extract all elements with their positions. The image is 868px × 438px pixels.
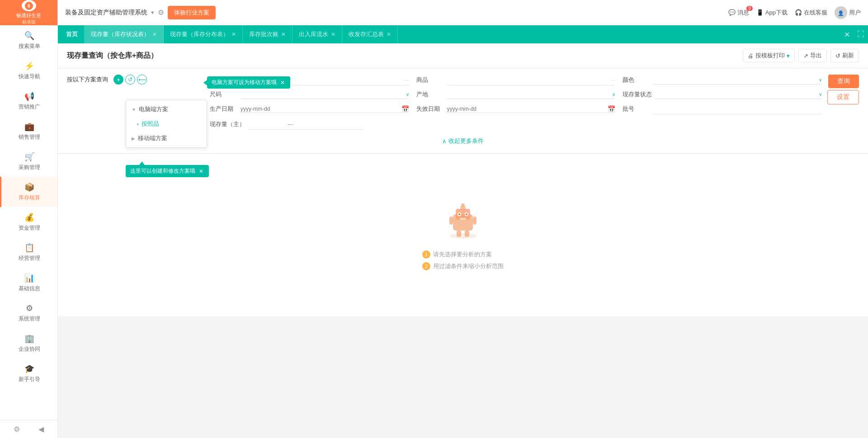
stock-main-field: 现存量（主） — [210, 119, 363, 130]
tab-batch-account[interactable]: 库存批次账 ✕ [243, 25, 292, 43]
mobile-scheme-label: 移动端方案 [138, 134, 167, 142]
app-download-btn[interactable]: 📱 App下载 [756, 9, 788, 17]
message-btn[interactable]: 💬 消息 9 [728, 9, 749, 17]
online-support-btn[interactable]: 🎧 在线客服 [795, 9, 827, 17]
print-icon: 🖨 [748, 52, 754, 59]
tab-recv-summary[interactable]: 收发存汇总表 ✕ [342, 25, 398, 43]
inventory-icon: 📦 [24, 182, 34, 192]
sidebar-item-system[interactable]: ⚙ 系统管理 [0, 298, 57, 328]
query-btn[interactable]: 查询 [828, 75, 859, 88]
sidebar-item-label: 搜索菜单 [19, 42, 40, 50]
tab-close-icon[interactable]: ✕ [152, 31, 157, 38]
settings-btn[interactable]: 设置 [827, 90, 859, 104]
sidebar-item-search-menu[interactable]: 🔍 搜索菜单 [0, 25, 57, 56]
sidebar-item-guide[interactable]: 🎓 新手引导 [0, 358, 57, 389]
tab-close-icon[interactable]: ✕ [281, 31, 286, 38]
tab-in-out-flow-label: 出入库流水 [299, 30, 328, 38]
tip-num-1: 1 [422, 250, 430, 259]
sidebar-item-enterprise[interactable]: 🏢 企业协同 [0, 328, 57, 358]
fullscreen-icon[interactable]: ⛶ [854, 30, 868, 38]
brand-sub: 标准版 [22, 19, 36, 25]
scheme-tooltip2-close[interactable]: ✕ [199, 168, 203, 174]
expiry-date-value[interactable] [447, 106, 606, 112]
sidebar-item-operations[interactable]: 📋 经营管理 [0, 237, 57, 268]
refresh-icon: ↺ [835, 52, 840, 59]
desktop-scheme-item-active[interactable]: ▪ 按照品 [126, 117, 207, 131]
origin-field: 产地 ∨ [416, 90, 616, 99]
color-label: 颜色 [623, 76, 650, 84]
stock-status-select[interactable]: ∨ [656, 90, 822, 99]
add-scheme-btn[interactable]: + [113, 75, 123, 85]
system-name: 装备及固定资产辅助管理系统 [65, 9, 147, 17]
refresh-btn[interactable]: ↺ 刷新 [830, 49, 859, 62]
svg-point-10 [466, 213, 467, 215]
desktop-scheme-label: 电脑端方案 [139, 105, 168, 113]
prod-date-input[interactable]: 📅 [241, 105, 409, 113]
page-header: 现存量查询（按仓库+商品） 🖨 按模板打印 ▾ ↗ 导出 ↺ 刷新 [58, 43, 868, 68]
settings-bottom-icon[interactable]: ⚙ [14, 425, 20, 433]
filter-section: 按以下方案查询 + ↺ ⟵ ▼ 电脑端方案 [58, 68, 868, 154]
expiry-date-input[interactable]: 📅 [447, 105, 616, 113]
color-select[interactable]: ∨ [653, 75, 822, 85]
stock-main-to[interactable] [296, 121, 332, 127]
stock-main-from[interactable] [249, 121, 285, 127]
warehouse-dots[interactable]: ··· [404, 76, 409, 83]
calendar-icon[interactable]: 📅 [401, 105, 409, 113]
calendar-icon2[interactable]: 📅 [608, 105, 615, 113]
scheme-tooltip2-wrap: 这里可以创建和修改方案哦 ✕ [126, 163, 209, 177]
tab-inventory-status[interactable]: 现存量（库存状况表） ✕ [85, 25, 164, 43]
goods-dots[interactable]: ··· [610, 76, 615, 83]
user-menu[interactable]: 👤 用户 [835, 6, 861, 19]
collapse-sidebar-icon[interactable]: ◀ [38, 425, 44, 433]
expand-icon2: ▶ [132, 136, 135, 141]
close-all-tabs-icon[interactable]: ✕ [840, 30, 854, 39]
tab-close-icon[interactable]: ✕ [231, 31, 236, 38]
logo-icon: 6 [22, 0, 36, 11]
sidebar-item-label: 资金管理 [19, 224, 40, 232]
tab-close-icon[interactable]: ✕ [331, 31, 335, 38]
tab-in-out-flow[interactable]: 出入库流水 ✕ [292, 25, 342, 43]
sidebar-nav: 🔍 搜索菜单 ⚡ 快速导航 📢 营销推广 💼 销售管理 🛒 采购管理 📦 库存核… [0, 25, 57, 420]
sidebar-item-sales[interactable]: 💼 销售管理 [0, 116, 57, 146]
user-label: 用户 [849, 9, 861, 17]
tab-close-icon[interactable]: ✕ [387, 31, 391, 38]
size-select[interactable]: ∨ [241, 90, 409, 99]
header-settings-icon[interactable]: ⚙ [158, 8, 164, 17]
origin-select[interactable]: ∨ [447, 90, 616, 99]
tab-home[interactable]: 首页 [60, 25, 85, 43]
sidebar-item-quick-nav[interactable]: ⚡ 快速导航 [0, 56, 57, 86]
size-arrow: ∨ [406, 92, 409, 97]
back-scheme-btn[interactable]: ⟵ [137, 75, 147, 85]
enterprise-icon: 🏢 [24, 334, 34, 344]
sidebar-item-basic-info[interactable]: 📊 基础信息 [0, 268, 57, 298]
refresh-scheme-btn[interactable]: ↺ [125, 75, 135, 85]
sidebar-item-finance[interactable]: 💰 资金管理 [0, 207, 57, 237]
main-area: 装备及固定资产辅助管理系统 ▾ ⚙ 体验行业方案 💬 消息 9 📱 App下载 … [58, 0, 868, 438]
tip-item-2: 2 用过滤条件来缩小分析范围 [422, 262, 504, 270]
tab-inventory-dist-label: 现存量（库存分布表） [170, 30, 229, 38]
sidebar-item-inventory[interactable]: 📦 库存核算 [0, 177, 57, 207]
header-dropdown-arrow[interactable]: ▾ [151, 9, 154, 16]
svg-rect-12 [449, 217, 453, 225]
scheme-tooltip1-close[interactable]: ✕ [280, 80, 285, 86]
mobile-scheme-group[interactable]: ▶ 移动端方案 [126, 131, 207, 146]
batch-label: 批号 [623, 105, 650, 113]
desktop-scheme-group[interactable]: ▼ 电脑端方案 [126, 102, 207, 117]
sidebar-item-label: 销售管理 [19, 133, 40, 141]
print-btn[interactable]: 🖨 按模板打印 ▾ [743, 49, 795, 62]
tab-batch-account-label: 库存批次账 [249, 30, 278, 38]
prod-date-value[interactable] [241, 106, 400, 112]
brand-name: 畅通好生意 [16, 12, 41, 19]
sidebar-item-marketing[interactable]: 📢 营销推广 [0, 86, 57, 116]
industry-btn[interactable]: 体验行业方案 [168, 6, 216, 19]
stock-main-label: 现存量（主） [210, 120, 245, 128]
sidebar-item-purchase[interactable]: 🛒 采购管理 [0, 146, 57, 177]
scheme-sub-label: 按照品 [142, 120, 159, 128]
finance-icon: 💰 [24, 212, 34, 222]
batch-input[interactable] [653, 105, 822, 112]
origin-arrow: ∨ [612, 92, 615, 97]
tab-home-label: 首页 [66, 30, 78, 38]
scheme-tooltip2: 这里可以创建和修改方案哦 ✕ [126, 165, 209, 177]
export-btn[interactable]: ↗ 导出 [798, 49, 827, 62]
tab-inventory-dist[interactable]: 现存量（库存分布表） ✕ [164, 25, 243, 43]
